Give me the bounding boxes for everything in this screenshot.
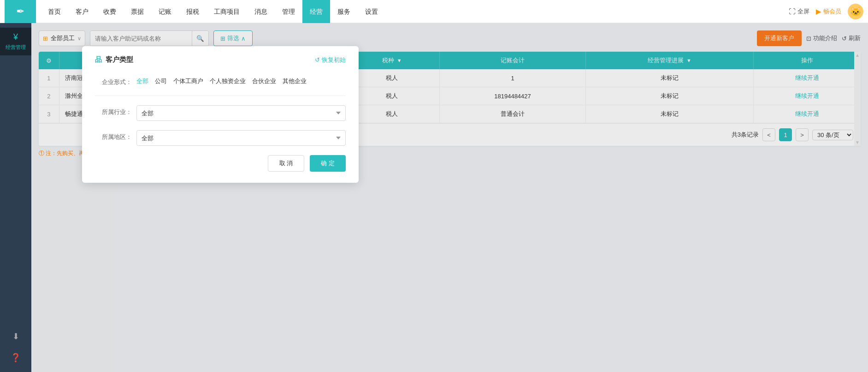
download-icon: ⬇ — [12, 331, 19, 342]
reset-label: 恢复初始 — [322, 56, 346, 64]
modal-title: 品 客户类型 — [95, 55, 133, 64]
modal-reset-btn[interactable]: ↺ 恢复初始 — [315, 56, 346, 64]
nav-item-business[interactable]: 工商项目 — [207, 0, 247, 23]
vip-btn[interactable]: ▶ 畅会员 — [816, 7, 841, 16]
nav-item-fee[interactable]: 收费 — [96, 0, 124, 23]
sidebar-help[interactable]: ❓ — [0, 348, 31, 367]
reset-icon: ↺ — [315, 56, 320, 63]
sidebar-item-icon: ¥ — [13, 32, 18, 42]
sidebar-item-operation[interactable]: ¥ 经营管理 — [0, 28, 31, 55]
enterprise-form-row: 企业形式： 全部 公司 个体工商户 个人独资企业 合伙企业 其他企业 — [95, 75, 346, 86]
logo-area: ✒ — [5, 0, 36, 23]
modal-title-icon: 品 — [95, 55, 102, 64]
option-individual[interactable]: 个体工商户 — [173, 77, 203, 85]
industry-select-wrap: 全部 — [136, 105, 346, 121]
modal-title-text: 客户类型 — [106, 55, 133, 64]
region-select[interactable]: 全部 — [136, 130, 346, 146]
logo-icon: ✒ — [16, 6, 24, 18]
industry-label: 所属行业： — [95, 105, 132, 116]
enterprise-form-label: 企业形式： — [95, 75, 132, 86]
nav-item-home[interactable]: 首页 — [41, 0, 68, 23]
nav-item-account[interactable]: 记账 — [151, 0, 179, 23]
sidebar-bottom: ⬇ ❓ — [0, 327, 31, 372]
option-other[interactable]: 其他企业 — [283, 77, 307, 85]
region-select-wrap: 全部 — [136, 130, 346, 146]
fullscreen-icon: ⛶ — [789, 7, 796, 15]
modal-divider — [95, 96, 346, 96]
enterprise-options: 全部 公司 个体工商户 个人独资企业 合伙企业 其他企业 — [136, 75, 346, 85]
sidebar-download[interactable]: ⬇ — [0, 327, 31, 346]
filter-modal-overlay: 品 客户类型 ↺ 恢复初始 企业形式： 全部 公司 个体工商户 个人独资企业 合… — [31, 23, 868, 372]
nav-right: ⛶ 全屏 ▶ 畅会员 🐱 — [789, 4, 863, 19]
option-sole[interactable]: 个人独资企业 — [210, 77, 246, 85]
nav-item-message[interactable]: 消息 — [247, 0, 275, 23]
vip-icon: ▶ — [816, 7, 821, 16]
option-partnership[interactable]: 合伙企业 — [252, 77, 276, 85]
region-label: 所属地区： — [95, 130, 132, 141]
nav-item-tax[interactable]: 报税 — [179, 0, 207, 23]
avatar-icon: 🐱 — [850, 6, 862, 17]
option-company[interactable]: 公司 — [155, 77, 167, 85]
nav-items: 首页 客户 收费 票据 记账 报税 工商项目 消息 管理 经营 服务 设置 — [36, 0, 789, 23]
nav-item-customer[interactable]: 客户 — [68, 0, 96, 23]
filter-modal: 品 客户类型 ↺ 恢复初始 企业形式： 全部 公司 个体工商户 个人独资企业 合… — [82, 46, 359, 183]
modal-footer: 取 消 确 定 — [95, 155, 346, 172]
nav-item-operation[interactable]: 经营 — [302, 0, 330, 23]
sidebar: ¥ 经营管理 ⬇ ❓ — [0, 23, 31, 372]
sidebar-item-label: 经营管理 — [6, 44, 26, 51]
confirm-button[interactable]: 确 定 — [310, 155, 346, 172]
help-icon: ❓ — [11, 353, 21, 363]
vip-label: 畅会员 — [823, 7, 841, 16]
industry-form-row: 所属行业： 全部 — [95, 105, 346, 121]
nav-item-service[interactable]: 服务 — [330, 0, 358, 23]
nav-item-setting[interactable]: 设置 — [358, 0, 385, 23]
cancel-button[interactable]: 取 消 — [268, 155, 305, 172]
fullscreen-label: 全屏 — [797, 7, 809, 16]
top-nav: ✒ 首页 客户 收费 票据 记账 报税 工商项目 消息 管理 经营 服务 设置 … — [0, 0, 868, 23]
nav-item-bill[interactable]: 票据 — [124, 0, 151, 23]
nav-item-manage[interactable]: 管理 — [275, 0, 302, 23]
industry-select[interactable]: 全部 — [136, 105, 346, 121]
modal-header: 品 客户类型 ↺ 恢复初始 — [95, 55, 346, 64]
option-all[interactable]: 全部 — [136, 77, 148, 85]
avatar[interactable]: 🐱 — [848, 4, 863, 19]
region-form-row: 所属地区： 全部 — [95, 130, 346, 146]
fullscreen-btn[interactable]: ⛶ 全屏 — [789, 7, 809, 16]
